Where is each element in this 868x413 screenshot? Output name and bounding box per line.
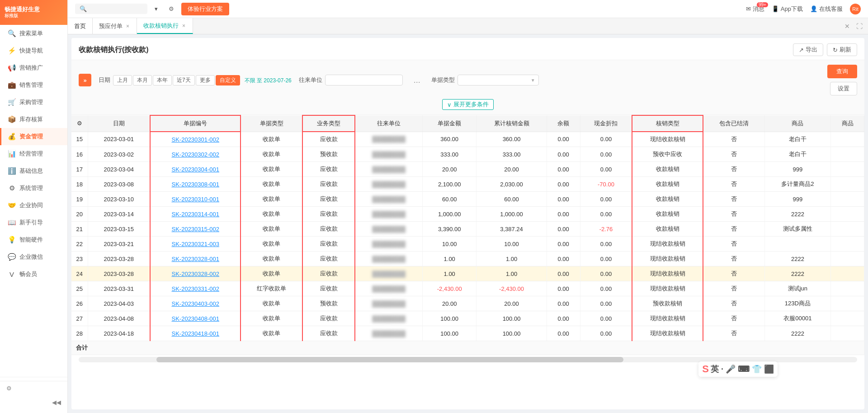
sidebar-label-14: 畅会员 (19, 270, 37, 278)
sidebar-item-3[interactable]: 💼销售管理 (0, 76, 67, 94)
sidebar-item-12[interactable]: 💡智能硬件 (0, 231, 67, 248)
th-doc-type[interactable]: 单据类型 (241, 115, 302, 132)
sidebar-item-13[interactable]: 💬企业微信 (0, 248, 67, 266)
sidebar-label-1: 快捷导航 (19, 47, 43, 55)
sidebar-item-6[interactable]: 💰资金管理 (0, 128, 67, 145)
th-amount[interactable]: 单据金额 (423, 115, 476, 132)
cell-doc-type: 收款单 (241, 237, 302, 252)
tab-prepayment-close[interactable]: × (125, 23, 130, 30)
sidebar-item-9[interactable]: ⚙系统管理 (0, 180, 67, 197)
th-total-writeoff[interactable]: 累计核销金额 (476, 115, 547, 132)
cell-doc-no: SK-20230301-002 (150, 132, 241, 147)
date-btn-more[interactable]: 更多 (196, 75, 215, 85)
horizontal-scrollbar[interactable] (71, 355, 864, 364)
th-cash-discount[interactable]: 现金折扣 (580, 115, 632, 132)
cell-biz-type: 应收款 (302, 281, 355, 296)
doc-no-link[interactable]: SK-20230301-002 (172, 136, 220, 143)
filter-settings-button[interactable]: 设置 (830, 82, 857, 95)
solution-button[interactable]: 体验行业方案 (181, 3, 229, 15)
query-button[interactable]: 查询 (827, 65, 857, 78)
app-download-btn[interactable]: 📱 App下载 (772, 5, 803, 13)
cell-balance: 0.00 (547, 281, 580, 296)
cell-total-writeoff: 360.00 (476, 132, 547, 147)
sidebar-settings-item[interactable]: ⚙ (0, 381, 67, 395)
message-btn[interactable]: ✉ 消息 99+ (746, 5, 764, 13)
cell-doc-no: SK-20230315-002 (150, 222, 241, 237)
expand-conditions-button[interactable]: ∨ 展开更多条件 (442, 99, 494, 110)
export-button[interactable]: ↗ 导出 (793, 43, 823, 56)
th-biz-type[interactable]: 业务类型 (302, 115, 355, 132)
tab-writeoff-close[interactable]: × (181, 22, 186, 29)
doc-no-link[interactable]: SK-20230331-002 (172, 285, 220, 292)
th-writeoff-type[interactable]: 核销类型 (632, 115, 703, 132)
th-doc-no[interactable]: 单据编号 (150, 115, 241, 132)
filter-toggle-button[interactable]: » (79, 74, 91, 86)
sidebar-icon-8: ℹ️ (8, 167, 16, 175)
th-partner[interactable]: 往来单位 (355, 115, 422, 132)
online-service-btn[interactable]: 👤 在线客服 (810, 5, 843, 13)
tab-close-all-icon[interactable]: ✕ (843, 21, 852, 32)
cell-doc-no: SK-20230328-002 (150, 266, 241, 281)
doc-no-link[interactable]: SK-20230302-002 (172, 151, 220, 158)
tab-home-label: 首页 (74, 22, 86, 30)
cell-doc-type: 收款单 (241, 147, 302, 162)
date-btn-last-month[interactable]: 上月 (113, 75, 132, 85)
cell-doc-type: 红字收款单 (241, 281, 302, 296)
sidebar-item-11[interactable]: 📖新手引导 (0, 214, 67, 231)
doc-no-link[interactable]: SK-20230328-001 (172, 256, 220, 262)
sidebar-item-4[interactable]: 🛒采购管理 (0, 94, 67, 111)
cell-partner: ████████ (355, 252, 422, 266)
partner-input[interactable] (325, 75, 403, 85)
topbar-gear-btn[interactable]: ⚙ (165, 3, 178, 15)
table-body: 15 2023-03-01 SK-20230301-002 收款单 应收款 ██… (71, 132, 864, 341)
sidebar-item-7[interactable]: 📊经营管理 (0, 145, 67, 162)
date-btn-this-year[interactable]: 本年 (153, 75, 172, 85)
th-included[interactable]: 包含已结清 (703, 115, 764, 132)
sidebar-item-1[interactable]: ⚡快捷导航 (0, 42, 67, 59)
filter-more-dots[interactable]: ... (410, 76, 424, 85)
sidebar-item-5[interactable]: 📦库存核算 (0, 111, 67, 128)
date-btn-custom[interactable]: 自定义 (216, 75, 240, 85)
doc-no-link[interactable]: SK-20230408-001 (172, 315, 220, 322)
date-btn-7days[interactable]: 近7天 (173, 75, 195, 85)
cell-balance: 0.00 (547, 222, 580, 237)
sidebar-item-14[interactable]: V畅会员 (0, 266, 67, 283)
doc-no-link[interactable]: SK-20230403-002 (172, 300, 220, 307)
sidebar-item-8[interactable]: ℹ️基础信息 (0, 162, 67, 180)
cell-product1 (764, 237, 830, 252)
doc-no-link[interactable]: SK-20230321-003 (172, 241, 220, 247)
tab-expand-icon[interactable]: ⛶ (854, 21, 864, 32)
sidebar-bottom: ⚙ ◀◀ (0, 377, 67, 413)
sidebar-item-0[interactable]: 🔍搜索菜单 (0, 25, 67, 42)
th-balance[interactable]: 余额 (547, 115, 580, 132)
th-product2[interactable]: 商品 (831, 115, 864, 132)
th-settings[interactable]: ⚙ (71, 115, 88, 132)
tab-prepayment[interactable]: 预应付单 × (93, 18, 137, 34)
tab-home[interactable]: 首页 (68, 18, 93, 34)
doc-no-link[interactable]: SK-20230315-002 (172, 226, 220, 233)
sidebar-item-10[interactable]: 🤝企业协同 (0, 197, 67, 214)
doc-no-link[interactable]: SK-20230310-001 (172, 196, 220, 203)
doc-no-link[interactable]: SK-20230314-001 (172, 211, 220, 218)
cell-product2 (831, 252, 864, 266)
th-date[interactable]: 日期 (88, 115, 150, 132)
date-btn-this-month[interactable]: 本月 (133, 75, 152, 85)
search-icon: 🔍 (80, 5, 87, 12)
doc-no-link[interactable]: SK-20230308-001 (172, 181, 220, 188)
th-product1[interactable]: 商品 (764, 115, 830, 132)
doc-no-link[interactable]: SK-20230304-001 (172, 166, 220, 173)
tab-writeoff[interactable]: 收款核销执行 × (137, 18, 193, 34)
topbar-dropdown[interactable]: ▾ (151, 4, 161, 14)
cell-biz-type: 应收款 (302, 207, 355, 222)
receipt-type-select[interactable] (458, 75, 539, 85)
refresh-button[interactable]: ↻ 刷新 (827, 43, 857, 56)
doc-no-link[interactable]: SK-20230418-001 (172, 330, 220, 337)
topbar-search[interactable]: 🔍 (75, 4, 147, 14)
cell-biz-type: 预收款 (302, 147, 355, 162)
user-avatar[interactable]: Rit (850, 4, 861, 14)
cell-partner: ████████ (355, 326, 422, 341)
sidebar-collapse-btn[interactable]: ◀◀ (0, 395, 67, 409)
doc-no-link[interactable]: SK-20230328-002 (172, 271, 220, 277)
sidebar-item-2[interactable]: 📢营销推广 (0, 59, 67, 76)
cell-total-writeoff: 100.00 (476, 311, 547, 326)
